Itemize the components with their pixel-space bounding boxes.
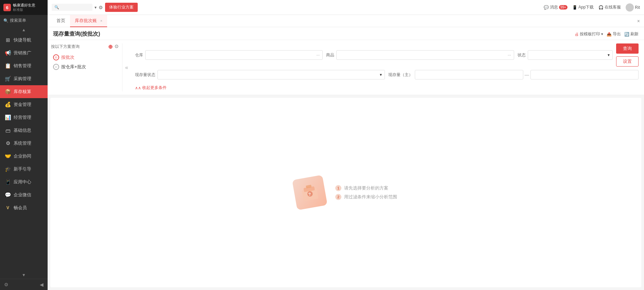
- empty-illustration: ?: [292, 175, 327, 210]
- empty-tip-1: 1 请先选择要分析的方案: [335, 185, 397, 191]
- basic-icon: 🗃: [5, 128, 11, 133]
- sidebar-footer: ⚙ ◀: [0, 279, 48, 290]
- collapse-label: 收起更多条件: [142, 85, 167, 91]
- collapse-scheme-icon[interactable]: «: [125, 65, 128, 71]
- main-area: 🔍 ▾ ⚙ 体验行业方案 💬 消息 99+ 📱 App下载 🎧 在线客服: [48, 0, 644, 290]
- sidebar-item-purchase[interactable]: 🛒 采购管理: [0, 72, 48, 85]
- tab-close-icon[interactable]: ×: [100, 19, 102, 23]
- query-btn[interactable]: 查询: [616, 43, 639, 54]
- status-select-arrow: ▾: [608, 53, 610, 57]
- export-icon: 📤: [607, 32, 612, 37]
- stock-qty-range: —: [415, 70, 639, 79]
- sidebar-item-enterprise[interactable]: 🤝 企业协同: [0, 150, 48, 163]
- sidebar-item-newbie[interactable]: 🎓 新手引导: [0, 163, 48, 176]
- topbar-search-box[interactable]: 🔍: [52, 4, 92, 11]
- message-btn[interactable]: 💬 消息 99+: [544, 4, 567, 10]
- tab-close-right-icon[interactable]: ×: [637, 18, 640, 24]
- marketing-icon: 📢: [5, 50, 11, 56]
- scheme-batch-icon: ⊙: [53, 54, 59, 60]
- app-download-btn[interactable]: 📱 App下载: [572, 4, 594, 10]
- topbar-left: 🔍 ▾ ⚙ 体验行业方案: [52, 3, 541, 12]
- product-input[interactable]: ···: [336, 50, 514, 60]
- warehouse-input[interactable]: ···: [145, 50, 323, 60]
- nav-label: 系统管理: [14, 140, 31, 146]
- topbar-right: 💬 消息 99+ 📱 App下载 🎧 在线客服 Rit: [544, 3, 640, 12]
- enterprise-icon: 🤝: [5, 153, 11, 159]
- nav-label: 库存核算: [14, 89, 31, 95]
- sidebar-item-app-center[interactable]: 📱 应用中心: [0, 176, 48, 188]
- nav-label: 营销推广: [14, 50, 31, 56]
- tab-home[interactable]: 首页: [52, 15, 70, 27]
- nav-label: 销售管理: [14, 63, 31, 69]
- filter-group-stock-status: 现存量状态 ▾: [135, 70, 385, 79]
- sidebar-item-basic[interactable]: 🗃 基础信息: [0, 124, 48, 137]
- warehouse-label: 仓库: [135, 52, 143, 58]
- collapse-sidebar-icon[interactable]: ◀: [40, 282, 44, 287]
- empty-tips: 1 请先选择要分析的方案 2 用过滤条件来缩小分析范围: [335, 185, 397, 200]
- print-btn[interactable]: 🖨 按模板打印 ▾: [575, 31, 603, 37]
- member-icon: V: [5, 205, 11, 210]
- newbie-icon: 🎓: [5, 166, 11, 172]
- export-label: 导出: [613, 31, 621, 37]
- scheme-warehouse-batch-label: 按仓库+批次: [61, 64, 86, 70]
- sidebar-item-finance[interactable]: 💰 资金管理: [0, 98, 48, 111]
- sidebar-scroll-up[interactable]: ▲: [0, 26, 48, 34]
- sales-icon: 📋: [5, 63, 11, 69]
- status-label: 状态: [518, 52, 526, 58]
- topbar: 🔍 ▾ ⚙ 体验行业方案 💬 消息 99+ 📱 App下载 🎧 在线客服: [48, 0, 644, 15]
- export-btn[interactable]: 📤 导出: [607, 31, 621, 37]
- filter-group-stock-qty: 现存量（主） —: [388, 70, 639, 79]
- sidebar-scroll-down[interactable]: ▼: [0, 271, 48, 279]
- page-actions: 🖨 按模板打印 ▾ 📤 导出 🔄 刷新: [575, 31, 639, 37]
- tab-inventory-batch[interactable]: 库存批次账 ×: [70, 15, 107, 27]
- topbar-gear-icon[interactable]: ⚙: [99, 5, 103, 10]
- app-download-label: App下载: [578, 4, 594, 10]
- stock-qty-min-input[interactable]: [415, 70, 523, 79]
- message-label: 消息: [550, 4, 558, 10]
- empty-content: ? 1 请先选择要分析的方案 2 用过滤条件来缩小分析范围: [294, 177, 397, 208]
- search-menu-label: 搜索菜单: [10, 18, 26, 23]
- scheme-item-batch[interactable]: ⊙ 按批次: [51, 53, 119, 62]
- product-label: 商品: [326, 52, 334, 58]
- sidebar-item-ops[interactable]: 📊 经营管理: [0, 111, 48, 124]
- user-profile-btn[interactable]: Rit: [626, 3, 640, 12]
- scheme-settings-icon[interactable]: ⊙: [115, 43, 119, 50]
- sidebar-item-inventory[interactable]: 📦 库存核算: [0, 85, 48, 98]
- sidebar-item-system[interactable]: ⚙ 系统管理: [0, 137, 48, 150]
- scheme-title: 按以下方案查询: [51, 44, 80, 50]
- print-dropdown-icon[interactable]: ▾: [601, 32, 603, 36]
- customer-service-label: 在线客服: [605, 4, 621, 10]
- sidebar-item-quick-nav[interactable]: ⊞ 快捷导航: [0, 34, 48, 47]
- customer-service-btn[interactable]: 🎧 在线客服: [598, 4, 621, 10]
- add-scheme-icon[interactable]: ⊕: [108, 43, 113, 50]
- tabbar: 首页 库存批次账 × ×: [48, 15, 644, 27]
- collapse-conditions-btn[interactable]: ∧∧ 收起更多条件: [135, 83, 639, 91]
- scheme-panel: 按以下方案查询 ⊕ ⊙ ⊙ 按批次 ⊙ 按仓库+批次: [48, 43, 122, 91]
- scheme-panel-header: 按以下方案查询 ⊕ ⊙: [51, 43, 119, 50]
- filter-group-status: 状态 ▾: [518, 50, 613, 60]
- empty-tip-2: 2 用过滤条件来缩小分析范围: [335, 194, 397, 200]
- topbar-dropdown-icon[interactable]: ▾: [95, 5, 97, 10]
- print-label: 按模板打印: [580, 31, 600, 37]
- status-select[interactable]: ▾: [528, 50, 613, 60]
- app-download-icon: 📱: [572, 5, 577, 10]
- empty-state: ? 1 请先选择要分析的方案 2 用过滤条件来缩小分析范围: [50, 98, 641, 287]
- settings-icon[interactable]: ⚙: [4, 282, 9, 287]
- settings-btn[interactable]: 设置: [616, 56, 639, 67]
- sidebar: 6 畅康通好生意 标准版 🔍 搜索菜单 ▲ ⊞ 快捷导航 📢 营销推广 📋 销售…: [0, 0, 48, 290]
- sidebar-item-member[interactable]: V 畅会员: [0, 201, 48, 214]
- stock-qty-max-input[interactable]: [530, 70, 639, 79]
- experience-btn[interactable]: 体验行业方案: [105, 3, 138, 12]
- range-dash: —: [525, 72, 529, 77]
- stock-qty-label: 现存量（主）: [388, 72, 413, 78]
- sidebar-item-sales[interactable]: 📋 销售管理: [0, 59, 48, 72]
- search-menu[interactable]: 🔍 搜索菜单: [0, 15, 48, 26]
- refresh-btn[interactable]: 🔄 刷新: [624, 31, 639, 37]
- refresh-icon: 🔄: [624, 32, 629, 37]
- scheme-item-warehouse-batch[interactable]: ⊙ 按仓库+批次: [51, 62, 119, 72]
- filter-group-warehouse: 仓库 ···: [135, 50, 323, 60]
- sidebar-item-marketing[interactable]: 📢 营销推广: [0, 47, 48, 59]
- stock-status-select[interactable]: ▾: [157, 70, 385, 79]
- tip-2-text: 用过滤条件来缩小分析范围: [344, 194, 397, 200]
- sidebar-item-wechat[interactable]: 💬 企业微信: [0, 188, 48, 201]
